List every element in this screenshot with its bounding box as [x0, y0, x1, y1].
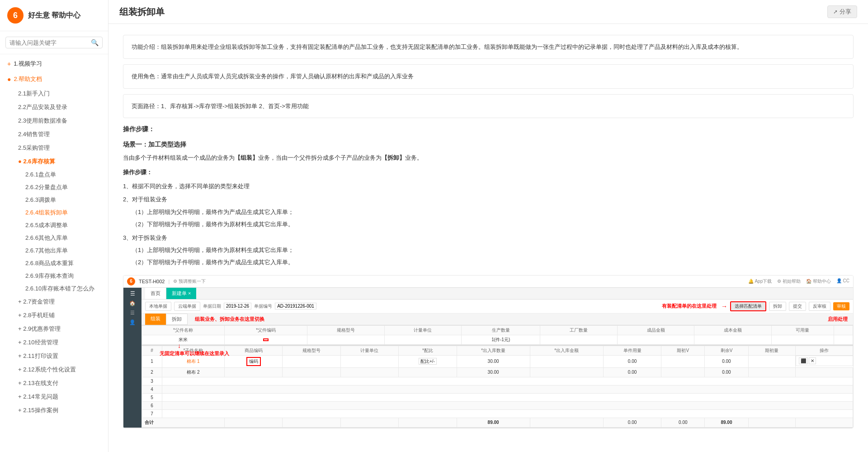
- sidebar-item-assembly[interactable]: 2.6.4组装拆卸单: [22, 206, 108, 219]
- step3: 3、对于拆装业务 （1）上部明细为父件明细，最终作为原材料生成其它出库单； （2…: [123, 233, 854, 268]
- sidebar-item-docs[interactable]: ● 2.帮助文档: [0, 71, 108, 87]
- upper-col-spec: 规格型号: [307, 325, 385, 335]
- search-area: 🔍: [0, 31, 108, 54]
- main-content: 组装拆卸单 ➚ 分享 功能介绍：组装拆卸单用来处理企业组装或拆卸等加工业务，支持…: [108, 0, 868, 452]
- lower-row-5: 5: [142, 393, 853, 401]
- lower-copy-btn-1[interactable]: ⬛: [799, 357, 808, 364]
- sidebar-item-inventory[interactable]: ● 2.6库存核算: [14, 155, 108, 168]
- app-btn-match-bom[interactable]: 选择匹配清单: [730, 301, 766, 311]
- upper-cell-code-1: [225, 335, 307, 344]
- app-tab-newdoc[interactable]: 新建单 ×: [166, 288, 196, 299]
- sidebar-item-coupon[interactable]: + 2.9优惠券管理: [14, 322, 108, 336]
- step3-sub2: （2）下部明细为子件明细，最终作为产成品生成其它入库单。: [132, 257, 854, 267]
- logo-area: 6 好生意 帮助中心: [0, 0, 108, 31]
- sidebar-item-newcomer[interactable]: 2.1新手入门: [14, 87, 108, 100]
- app-lower-table: # *子件名称 商品编码 规格型号 计量单位 *配比 *出入库数量 *出入库金额: [142, 346, 853, 428]
- app-type-row: 组装 拆卸 组装业务、拆卸业务在这里切换 启用处理: [142, 314, 853, 325]
- app-tab-disassemble[interactable]: 拆卸: [166, 314, 188, 325]
- search-input[interactable]: [9, 39, 91, 46]
- app-btn-localdoc[interactable]: 本地单据: [145, 302, 171, 311]
- lower-footer: 合计 89.00 0.00 0.00: [142, 418, 853, 427]
- app-form-no-label: 单据编号: [254, 303, 272, 309]
- app-top-icons: 🔔 App下载⚙ 初始帮助🏠 帮助中心👤 CC: [748, 278, 849, 285]
- sidebar-item-mobile[interactable]: + 2.8手机旺铺: [14, 309, 108, 322]
- app-screenshot: 6 TEST-H002 | ⚙ 预调整账一下 🔔 App下载⚙ 初始帮助🏠 帮助…: [123, 276, 853, 428]
- sidebar-item-bizop[interactable]: + 2.10经营管理: [14, 336, 108, 349]
- app-home-icon[interactable]: 🏠: [129, 300, 136, 306]
- upper-col-action: [834, 325, 853, 335]
- sidebar-item-stocktake[interactable]: 2.6.1盘点单: [22, 168, 108, 181]
- app-form-date[interactable]: 2019-12-26: [224, 303, 251, 309]
- lower-del-btn-1[interactable]: ✕: [809, 357, 816, 364]
- step2: 2、对于组装业务 （1）上部明细为父件明细，最终作为产成品生成其它入库单； （2…: [123, 194, 854, 229]
- sidebar-item-install[interactable]: 2.2产品安装及登录: [14, 100, 108, 114]
- upper-col-prodqty: 生产数量: [462, 325, 540, 335]
- sidebar: 6 好生意 帮助中心 🔍 + 1.视频学习 ● 2.帮助文档 2.1新手入门 2…: [0, 0, 108, 452]
- page-title: 组装拆卸单: [119, 6, 165, 18]
- share-button[interactable]: ➚ 分享: [827, 5, 857, 18]
- sidebar-item-faq[interactable]: + 2.14常见问题: [14, 390, 108, 404]
- app-btn-clouddoc[interactable]: 云端单据: [174, 302, 200, 311]
- upper-col-costamt: 成本金额: [694, 325, 772, 335]
- content-area: 功能介绍：组装拆卸单用来处理企业组装或拆卸等加工业务，支持有固定装配清单的产品加…: [108, 24, 868, 452]
- sidebar-item-adjust[interactable]: 2.6.3调拨单: [22, 194, 108, 206]
- upper-col-code: *父件编码: [225, 325, 307, 335]
- app-upper-table-container: *父件名称 *父件编码 规格型号 计量单位 生产数量 工厂数量 成品金额 成本金…: [142, 325, 853, 346]
- screenshot-container: 6 TEST-H002 | ⚙ 预调整账一下 🔔 App下载⚙ 初始帮助🏠 帮助…: [123, 275, 854, 428]
- upper-cell-name-1: 米米: [142, 335, 225, 344]
- sidebar-item-onlinepay[interactable]: + 2.13在线支付: [14, 376, 108, 390]
- app-store: ⚙ 预调整账一下: [173, 278, 206, 285]
- scenario-desc: 当由多个子件材料组装成一个成品的业务为【组装】业务，当由一个父件拆分成多个子产品…: [123, 152, 854, 163]
- expand-icon: +: [7, 60, 11, 67]
- sidebar-item-videos[interactable]: + 1.视频学习: [0, 56, 108, 71]
- sidebar-item-stockcheck[interactable]: 2.6.9库存账本查询: [22, 270, 108, 282]
- sidebar-item-prepare[interactable]: 2.3使用前数据准备: [14, 114, 108, 128]
- sidebar-item-costadj[interactable]: 2.6.5成本调整单: [22, 219, 108, 232]
- sidebar-item-otherout[interactable]: 2.6.7其他出库单: [22, 244, 108, 257]
- app-list-icon[interactable]: ☰: [130, 310, 135, 316]
- upper-code-input[interactable]: [263, 338, 269, 341]
- nav-section: + 1.视频学习 ● 2.帮助文档 2.1新手入门 2.2产品安装及登录 2.3…: [0, 54, 108, 419]
- lower-row-6: 6: [142, 401, 853, 409]
- upper-row-1: 米米 1(件-1元): [142, 335, 853, 344]
- lower-row-7: 7: [142, 409, 853, 418]
- lower-ratio-input-1[interactable]: 配比+/-: [419, 358, 437, 365]
- step1: 1、根据不同的业务，选择不同单据的类型来处理: [123, 181, 854, 191]
- app-tab-home[interactable]: 首页: [145, 288, 166, 299]
- sidebar-item-print[interactable]: + 2.11打印设置: [14, 349, 108, 363]
- app-doc-tabs: 首页 新建单 ×: [142, 288, 853, 300]
- app-btn-disassemble[interactable]: 拆卸: [769, 302, 786, 311]
- step2-sub2: （2）下部明细为子件明细，最终作为原材料生成其它出库单。: [132, 219, 854, 229]
- sidebar-item-sysconfig[interactable]: + 2.12系统个性化设置: [14, 363, 108, 376]
- sidebar-item-divstock[interactable]: 2.6.2分量盘点单: [22, 181, 108, 194]
- app-btn-submit[interactable]: 提交: [789, 302, 806, 311]
- upper-col-avail: 可用量: [771, 325, 834, 335]
- sidebar-item-stockerr[interactable]: 2.6.10库存账本错了怎么办: [22, 282, 108, 295]
- app-menu-icon[interactable]: ☰: [130, 290, 135, 297]
- app-user-icon[interactable]: 👤: [129, 319, 136, 325]
- ops-label: 操作步骤：: [123, 167, 854, 177]
- intro-block: 功能介绍：组装拆卸单用来处理企业组装或拆卸等加工业务，支持有固定装配清单的产品加…: [123, 35, 854, 59]
- upper-col-prodamt: 成品金额: [617, 325, 694, 335]
- sidebar-item-goodscost[interactable]: 2.6.8商品成本重算: [22, 257, 108, 270]
- sidebar-item-otherin[interactable]: 2.6.6其他入库单: [22, 232, 108, 244]
- app-lower-table-container: # *子件名称 商品编码 规格型号 计量单位 *配比 *出入库数量 *出入库金额: [142, 346, 853, 428]
- search-icon[interactable]: 🔍: [91, 39, 99, 46]
- sidebar-item-sales[interactable]: 2.4销售管理: [14, 128, 108, 141]
- lower-row-1: 1 棉布 1 编码 配比+/-: [142, 355, 853, 367]
- app-company: TEST-H002: [139, 279, 165, 284]
- logo-icon: 6: [7, 7, 24, 24]
- app-btn-reverse[interactable]: 反审核: [809, 302, 830, 311]
- app-tab-assemble[interactable]: 组装: [145, 314, 166, 325]
- share-icon: ➚: [833, 9, 838, 15]
- sidebar-item-cases[interactable]: + 2.15操作案例: [14, 404, 108, 417]
- sidebar-item-purchase[interactable]: 2.5采购管理: [14, 141, 108, 155]
- app-btn-approve[interactable]: 审核: [833, 302, 849, 310]
- lower-code-input-1[interactable]: 编码: [246, 357, 261, 366]
- lower-row-3: 3: [142, 377, 853, 385]
- upper-col-unit: 计量单位: [384, 325, 462, 335]
- sidebar-item-finance[interactable]: + 2.7资金管理: [14, 295, 108, 309]
- collapse-icon: ●: [7, 76, 11, 83]
- steps-list: 1、根据不同的业务，选择不同单据的类型来处理 2、对于组装业务 （1）上部明细为…: [123, 181, 854, 268]
- scenario-title: 场景一：加工类型选择: [123, 141, 854, 149]
